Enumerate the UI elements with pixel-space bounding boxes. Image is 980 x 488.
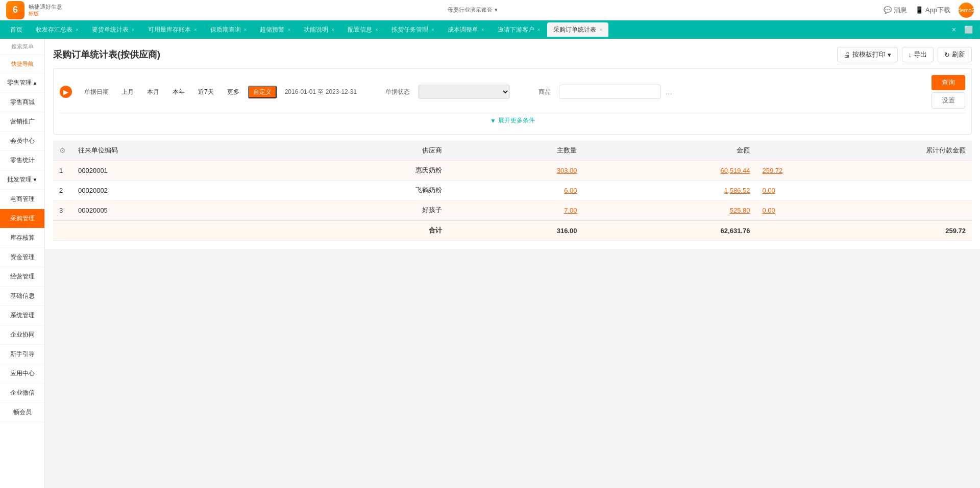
shortcut-last-month[interactable]: 上月 <box>117 86 138 98</box>
sidebar-item-operations[interactable]: 经营管理 <box>0 267 44 287</box>
filter-toggle-button[interactable]: ▶ <box>60 86 72 98</box>
workspace-selector[interactable]: 母婴行业演示账套 ▾ <box>448 6 498 14</box>
search-button[interactable]: 查询 <box>932 75 965 90</box>
row-qty[interactable]: 7.00 <box>448 200 583 221</box>
close-icon[interactable]: × <box>132 27 135 33</box>
sidebar-item-newguide[interactable]: 新手引导 <box>0 345 44 364</box>
th-amount: 金额 <box>583 141 756 161</box>
tab-home[interactable]: 首页 <box>4 22 29 37</box>
close-icon[interactable]: × <box>481 27 484 33</box>
sidebar-item-retail-shop[interactable]: 零售商城 <box>0 93 44 112</box>
row-amount[interactable]: 1,586.52 <box>583 181 756 200</box>
sidebar-item-marketing[interactable]: 营销推广 <box>0 112 44 132</box>
shortcut-7days[interactable]: 近7天 <box>193 86 218 98</box>
gear-icon[interactable]: ⚙ <box>59 146 66 155</box>
close-icon[interactable]: × <box>599 27 602 33</box>
tab-gongneng[interactable]: 功能说明 × <box>298 22 340 37</box>
tab-chuchuyujing[interactable]: 超储预警 × <box>254 22 297 37</box>
sidebar-search[interactable]: 搜索菜单 <box>0 39 44 55</box>
sidebar-item-purchase[interactable]: 采购管理 <box>0 209 44 228</box>
message-button[interactable]: 💬 消息 <box>884 6 907 15</box>
chevron-down-icon: ▼ <box>33 177 38 183</box>
sidebar-item-retail-mgmt[interactable]: 零售管理 ▲ <box>0 73 44 93</box>
sidebar-item-inventory[interactable]: 库存核算 <box>0 228 44 248</box>
close-icon[interactable]: × <box>431 27 434 33</box>
logo-subtitle: 标版 <box>29 10 62 17</box>
settings-button[interactable]: 设置 <box>932 92 965 109</box>
row-code: 00020001 <box>72 161 288 181</box>
status-filter <box>418 85 510 99</box>
sidebar-item-wholesale[interactable]: 批发管理 ▼ <box>0 170 44 190</box>
tab-jianhuo[interactable]: 拣货任务管理 × <box>385 22 440 37</box>
main-layout: 搜索菜单 快捷导航 零售管理 ▲ 零售商城 营销推广 会员中心 零售统计 批发管… <box>0 39 980 488</box>
row-supplier: 飞鹤奶粉 <box>288 181 449 200</box>
sidebar-item-member[interactable]: 会员中心 <box>0 132 44 151</box>
data-table: ⚙ 往来单位编码 供应商 主数量 金额 累计付款金额 1 00020001 惠氏… <box>53 141 972 241</box>
close-icon[interactable]: × <box>287 27 290 33</box>
tab-shoufasong[interactable]: 收发存汇总表 × <box>30 22 85 37</box>
tab-peizhixinxi[interactable]: 配置信息 × <box>341 22 384 37</box>
filter-area: ▶ 单据日期 上月 本月 本年 近7天 更多 自定义 2016-01-01 至 … <box>53 68 972 135</box>
filter-row-1: ▶ 单据日期 上月 本月 本年 近7天 更多 自定义 2016-01-01 至 … <box>60 75 965 109</box>
maximize-button[interactable]: ⬜ <box>961 24 976 35</box>
table-row: 3 00020005 好孩子 7.00 525.80 0.00 <box>53 200 972 221</box>
tab-caigou-active[interactable]: 采购订单统计表 × <box>547 22 608 37</box>
row-supplier: 惠氏奶粉 <box>288 161 449 181</box>
page-content: 采购订单统计表(按供应商) 🖨 按模板打印 ▾ ↓ 导出 ↻ 刷新 <box>45 39 980 249</box>
logo-icon: 6 <box>6 1 24 19</box>
page-header: 采购订单统计表(按供应商) 🖨 按模板打印 ▾ ↓ 导出 ↻ 刷新 <box>53 47 972 62</box>
row-amount[interactable]: 60,519.44 <box>583 161 756 181</box>
sidebar-item-ecommerce[interactable]: 电商管理 <box>0 190 44 209</box>
sidebar-item-enterprise[interactable]: 企业协同 <box>0 325 44 345</box>
close-icon[interactable]: × <box>76 27 79 33</box>
tab-baozhi[interactable]: 保质期查询 × <box>204 22 253 37</box>
table-header-row: ⚙ 往来单位编码 供应商 主数量 金额 累计付款金额 <box>53 141 972 161</box>
export-button[interactable]: ↓ 导出 <box>902 47 934 62</box>
row-num: 3 <box>53 200 72 221</box>
close-icon[interactable]: × <box>375 27 378 33</box>
row-paid[interactable]: 0.00 <box>756 181 972 200</box>
goods-input[interactable] <box>559 85 661 99</box>
close-icon[interactable]: × <box>244 27 247 33</box>
refresh-button[interactable]: ↻ 刷新 <box>938 47 972 62</box>
tab-chengben[interactable]: 成本调整单 × <box>442 22 491 37</box>
row-paid[interactable]: 0.00 <box>756 200 972 221</box>
sidebar-item-finance[interactable]: 资金管理 <box>0 248 44 267</box>
print-icon: 🖨 <box>844 51 850 59</box>
nav-right-controls: × ⬜ <box>949 24 976 35</box>
close-icon[interactable]: × <box>331 27 334 33</box>
print-button[interactable]: 🖨 按模板打印 ▾ <box>837 47 898 62</box>
logo-area: 6 畅捷通好生意 标版 <box>6 1 62 19</box>
top-bar: 6 畅捷通好生意 标版 母婴行业演示账套 ▾ 💬 消息 📱 App下载 demo… <box>0 0 980 20</box>
shortcut-this-year[interactable]: 本年 <box>168 86 189 98</box>
custom-date-button[interactable]: 自定义 <box>248 86 277 98</box>
expand-icon: ▼ <box>490 117 496 124</box>
top-right-controls: 💬 消息 📱 App下载 demo2 <box>884 3 974 18</box>
sidebar-item-basic-info[interactable]: 基础信息 <box>0 287 44 306</box>
close-all-tabs-button[interactable]: × <box>949 24 959 35</box>
date-range-display: 2016-01-01 至 2023-12-31 <box>285 88 357 96</box>
user-avatar[interactable]: demo2 <box>959 3 974 18</box>
sidebar-item-wechat[interactable]: 企业微信 <box>0 383 44 403</box>
goods-more-icon[interactable]: … <box>665 88 672 96</box>
close-icon[interactable]: × <box>194 27 197 33</box>
status-select[interactable] <box>418 85 510 99</box>
table-row: 2 00020002 飞鹤奶粉 6.00 1,586.52 0.00 <box>53 181 972 200</box>
sidebar-item-retail-stat[interactable]: 零售统计 <box>0 151 44 170</box>
close-icon[interactable]: × <box>537 27 541 33</box>
sidebar-item-quicknav[interactable]: 快捷导航 <box>0 55 44 73</box>
sidebar-item-vip[interactable]: 畅会员 <box>0 403 44 422</box>
expand-more-button[interactable]: ▼ 展开更多条件 <box>60 113 965 128</box>
tab-yaohuo[interactable]: 要货单统计表 × <box>86 22 141 37</box>
sidebar-item-appcenter[interactable]: 应用中心 <box>0 364 44 383</box>
app-download-button[interactable]: 📱 App下载 <box>915 6 950 15</box>
tab-yaoqing[interactable]: 邀请下游客户 × <box>492 22 547 37</box>
row-qty[interactable]: 303.00 <box>448 161 583 181</box>
row-amount[interactable]: 525.80 <box>583 200 756 221</box>
sidebar-item-system[interactable]: 系统管理 <box>0 306 44 325</box>
shortcut-this-month[interactable]: 本月 <box>142 86 164 98</box>
row-paid[interactable]: 259.72 <box>756 161 972 181</box>
row-qty[interactable]: 6.00 <box>448 181 583 200</box>
tab-kuyongliang[interactable]: 可用量库存账本 × <box>142 22 203 37</box>
shortcut-more[interactable]: 更多 <box>223 86 244 98</box>
